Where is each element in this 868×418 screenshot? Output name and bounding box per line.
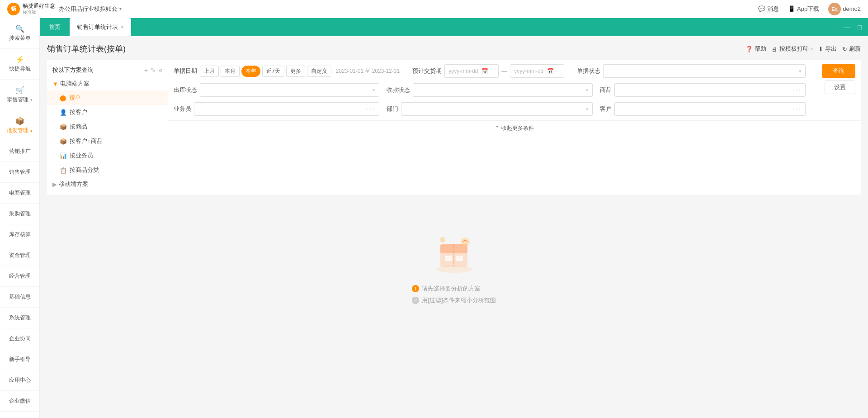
sidebar-item-ecommerce[interactable]: 电商管理 bbox=[0, 183, 39, 204]
help-icon: ❓ bbox=[745, 46, 753, 52]
scheme-group-desktop-title[interactable]: ▼ 电脑端方案 bbox=[47, 77, 168, 90]
chevron-down-icon: ▾ bbox=[586, 87, 589, 93]
department-field: 部门 ▾ bbox=[387, 102, 592, 116]
maximize-button[interactable]: □ bbox=[855, 22, 864, 33]
page-header: 销售订单统计表(按单) ❓ 帮助 🖨 按模板打印 ▾ ⬇ 导出 bbox=[47, 43, 861, 54]
left-panel: 按以下方案查询 + ✎ « ▼ 电脑端方案 bbox=[47, 60, 168, 195]
sidebar-item-app-center[interactable]: 应用中心 bbox=[0, 370, 39, 391]
this-year-btn[interactable]: 本年 bbox=[241, 66, 260, 77]
svg-point-6 bbox=[461, 238, 470, 247]
collapse-panel-button[interactable]: « bbox=[159, 66, 162, 74]
custom-btn[interactable]: 自定义 bbox=[307, 66, 331, 77]
expected-date-start[interactable]: yyyy-mm-dd 📅 bbox=[444, 64, 499, 78]
sidebar-item-wholesale[interactable]: 📦 批发管理 ▴ bbox=[0, 110, 39, 141]
print-icon: 🖨 bbox=[772, 46, 778, 52]
expected-date-range: yyyy-mm-dd 📅 — yyyy-mm-dd 📅 bbox=[444, 64, 564, 78]
query-button[interactable]: 查询 bbox=[822, 64, 855, 78]
expected-date-label: 预计交货期 bbox=[412, 67, 442, 75]
sidebar-item-finance[interactable]: 资金管理 bbox=[0, 245, 39, 266]
help-button[interactable]: ❓ 帮助 bbox=[745, 45, 766, 53]
triangle-collapsed-icon: ▶ bbox=[52, 181, 57, 188]
payment-status-field: 收款状态 ▾ bbox=[387, 83, 592, 97]
filter-section: 按以下方案查询 + ✎ « ▼ 电脑端方案 bbox=[47, 60, 861, 195]
payment-status-label: 收款状态 bbox=[387, 86, 410, 94]
scheme-item-by-category[interactable]: 📋 按商品分类 bbox=[47, 163, 168, 177]
message-button[interactable]: 💬 消息 bbox=[758, 5, 779, 13]
chevron-down-icon: ▾ bbox=[799, 68, 802, 74]
radio-active-icon: ⬤ bbox=[60, 95, 66, 101]
sidebar-item-marketing[interactable]: 营销推广 bbox=[0, 141, 39, 162]
scheme-item-by-order[interactable]: ⬤ 按单 bbox=[47, 90, 168, 105]
last-7-btn[interactable]: 近7天 bbox=[262, 66, 284, 77]
collapse-row[interactable]: ⌃ 收起更多条件 bbox=[168, 120, 861, 136]
sidebar-item-search[interactable]: 🔍 搜索菜单 bbox=[0, 18, 39, 49]
edit-scheme-button[interactable]: ✎ bbox=[151, 66, 156, 74]
app-download-button[interactable]: 📱 App下载 bbox=[788, 5, 819, 13]
product-icon: 📦 bbox=[60, 124, 67, 130]
expected-date-end[interactable]: yyyy-mm-dd 📅 bbox=[510, 64, 564, 78]
scheme-header: 按以下方案查询 + ✎ « bbox=[47, 63, 168, 77]
scheme-item-by-salesperson[interactable]: 📊 按业务员 bbox=[47, 148, 168, 163]
empty-illustration bbox=[427, 231, 481, 277]
workspace-selector[interactable]: 办公用品行业模拟账套 ▾ bbox=[59, 5, 122, 13]
right-filter-section: 单据日期 上月 本月 本年 近7天 更多 自定义 bbox=[168, 60, 861, 195]
scheme-group-mobile-title[interactable]: ▶ 移动端方案 bbox=[47, 177, 168, 191]
sidebar-item-enterprise[interactable]: 企业协同 bbox=[0, 328, 39, 349]
department-select[interactable]: ▾ bbox=[401, 102, 592, 116]
sidebar-item-purchase[interactable]: 采购管理 bbox=[0, 204, 39, 224]
export-button[interactable]: ⬇ 导出 bbox=[818, 45, 837, 53]
date-sep: — bbox=[501, 68, 507, 75]
user-icon: 👤 bbox=[60, 109, 67, 116]
scheme-item-by-customer-product[interactable]: 📦 按客户+商品 bbox=[47, 134, 168, 148]
delivery-status-select[interactable]: ▾ bbox=[200, 83, 379, 97]
sidebar-item-new-user[interactable]: 新手引导 bbox=[0, 349, 39, 370]
sidebar-item-wechat[interactable]: 企业微信 bbox=[0, 391, 39, 412]
sidebar-item-inventory[interactable]: 库存核算 bbox=[0, 224, 39, 245]
chevron-down-icon: ▾ bbox=[373, 87, 375, 93]
customer-input[interactable]: ··· bbox=[614, 102, 806, 116]
more-btn[interactable]: 更多 bbox=[286, 66, 305, 77]
content-area: 首页 销售订单统计表 × — □ 销售订单统计表(按单) ❓ 帮助 bbox=[40, 18, 868, 418]
calendar-icon-end: 📅 bbox=[547, 68, 554, 74]
svg-point-7 bbox=[440, 237, 445, 242]
bill-status-label: 单据状态 bbox=[577, 67, 600, 75]
sidebar-item-retail[interactable]: 🛒 零售管理 ▾ bbox=[0, 80, 39, 110]
action-col: 查询 设置 bbox=[811, 60, 861, 99]
tab-home[interactable]: 首页 bbox=[40, 18, 70, 36]
setting-button[interactable]: 设置 bbox=[825, 81, 855, 94]
print-button[interactable]: 🖨 按模板打印 ▾ bbox=[772, 45, 813, 53]
product-input[interactable]: ··· bbox=[614, 83, 806, 97]
sidebar-item-operations[interactable]: 经营管理 bbox=[0, 266, 39, 287]
sidebar-item-sales[interactable]: 销售管理 bbox=[0, 162, 39, 183]
refresh-button[interactable]: ↻ 刷新 bbox=[842, 45, 861, 53]
empty-hint-1: 1 请先选择要分析的方案 bbox=[412, 285, 495, 293]
user-profile[interactable]: Ea demo2 bbox=[828, 3, 861, 15]
date-range-display: 2023-01-01 至 2023-12-31 bbox=[336, 67, 400, 75]
scheme-group-mobile: ▶ 移动端方案 bbox=[47, 177, 168, 191]
sidebar-item-basic-info[interactable]: 基础信息 bbox=[0, 287, 39, 308]
scheme-item-by-customer[interactable]: 👤 按客户 bbox=[47, 105, 168, 119]
scheme-group-desktop: ▼ 电脑端方案 ⬤ 按单 👤 按客户 bbox=[47, 77, 168, 177]
delivery-status-field: 出库状态 ▾ bbox=[174, 83, 379, 97]
bill-status-select[interactable]: ▾ bbox=[603, 64, 806, 78]
tab-sales-order-stats[interactable]: 销售订单统计表 × bbox=[70, 18, 131, 36]
sidebar: 🔍 搜索菜单 ⚡ 快捷导航 🛒 零售管理 ▾ 📦 批发管理 ▴ 营销推广 销售管… bbox=[0, 18, 40, 418]
tab-close-icon[interactable]: × bbox=[121, 24, 124, 30]
add-scheme-button[interactable]: + bbox=[144, 66, 148, 74]
sidebar-item-system[interactable]: 系统管理 bbox=[0, 308, 39, 328]
logo-icon: 畅 bbox=[7, 3, 20, 15]
empty-state: 1 请先选择要分析的方案 2 用[过滤]条件来缩小分析范围 bbox=[47, 195, 861, 341]
salesperson-input[interactable]: ··· bbox=[194, 102, 379, 116]
chevron-down-icon: ▾ bbox=[586, 106, 589, 112]
category-icon: 📋 bbox=[60, 167, 67, 174]
bill-date-field: 单据日期 上月 本月 本年 近7天 更多 自定义 bbox=[174, 66, 400, 77]
this-month-btn[interactable]: 本月 bbox=[221, 66, 240, 77]
cart-icon: 🛒 bbox=[4, 86, 36, 95]
sidebar-item-quick-nav[interactable]: ⚡ 快捷导航 bbox=[0, 49, 39, 80]
scheme-item-by-product[interactable]: 📦 按商品 bbox=[47, 119, 168, 134]
sidebar-item-membership[interactable]: 畅会员 bbox=[0, 412, 39, 418]
payment-status-select[interactable]: ▾ bbox=[413, 83, 592, 97]
customer-label: 客户 bbox=[600, 105, 612, 113]
last-month-btn[interactable]: 上月 bbox=[200, 66, 219, 77]
minimize-button[interactable]: — bbox=[842, 22, 854, 33]
